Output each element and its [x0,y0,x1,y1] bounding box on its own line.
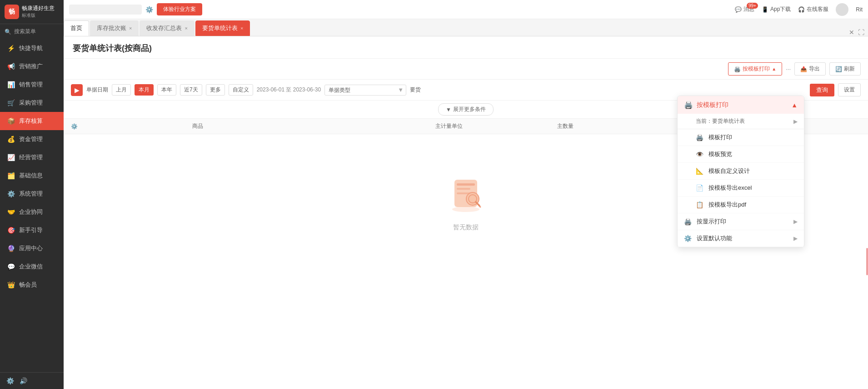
sidebar-item-marketing[interactable]: 📢 营销推广 [0,57,64,76]
sidebar-item-appstore[interactable]: 🔮 应用中心 [0,239,64,258]
dropdown-current-arrow-icon: ▶ [793,118,798,125]
window-controls: ✕ ⛶ [849,29,868,36]
expand-icon: ▼ [446,106,451,113]
template-design-icon: 📐 [696,167,704,175]
dropdown-item-display-print[interactable]: 🖨️ 按显示打印 ▶ [678,213,804,230]
sidebar-item-label: 采购管理 [19,99,43,107]
th-qty: 主数量 [557,122,678,130]
mobile-icon: 📱 [762,6,768,13]
tab-home[interactable]: 首页 [64,20,89,36]
purchase-icon: 🛒 [6,98,15,107]
export-button[interactable]: 📤 导出 [794,62,826,76]
sidebar-item-wechat[interactable]: 💬 企业微信 [0,258,64,276]
sidebar-search[interactable]: 🔍 搜索菜单 [0,24,64,39]
sidebar-item-label: 资金管理 [19,135,43,143]
expand-window-icon[interactable]: ⛶ [858,29,864,36]
sidebar-item-basic[interactable]: 🗂️ 基础信息 [0,167,64,185]
sidebar-item-operation[interactable]: 📈 经营管理 [0,148,64,167]
set-default-arrow-icon: ▶ [793,235,798,242]
trial-button[interactable]: 体验行业方案 [157,3,202,15]
dropdown-item-template-print[interactable]: 🖨️ 模板打印 [678,129,804,146]
date-range-text: 2023-06-01 至 2023-06-30 [257,86,321,94]
dropdown-item-label: 按模板导出pdf [708,201,746,209]
tab-receipts-summary[interactable]: 收发存汇总表 × [140,20,194,36]
app-download-btn[interactable]: 📱 App下载 [762,5,791,13]
date-btn-7days[interactable]: 近7天 [180,84,202,96]
appstore-icon: 🔮 [6,244,15,253]
query-button[interactable]: 查询 [810,84,834,96]
template-preview-icon: 👁️ [696,151,704,158]
close-window-icon[interactable]: ✕ [849,29,854,36]
set-default-label: 设置默认功能 [697,234,732,242]
date-btn-custom[interactable]: 自定义 [229,84,253,96]
page-title: 要货单统计表(按商品) [73,44,152,53]
display-print-label: 按显示打印 [697,217,726,226]
sidebar-bottom: ⚙️ 🔊 [0,372,64,389]
dropdown-item-label: 按模板导出excel [708,184,752,192]
date-label: 单据日期 [86,86,108,94]
tab-receipts-summary-close[interactable]: × [185,25,187,31]
dropdown-item-export-pdf[interactable]: 📋 按模板导出pdf [678,197,804,213]
settings-button[interactable]: 设置 [838,83,861,96]
sidebar-item-collab[interactable]: 🤝 企业协同 [0,203,64,221]
th-gear[interactable]: ⚙️ [71,123,192,130]
sidebar-item-purchase[interactable]: 🛒 采购管理 [0,94,64,112]
svg-rect-3 [457,188,470,190]
display-print-arrow-icon: ▶ [793,218,798,225]
sidebar-item-inventory[interactable]: 📦 库存核算 [0,112,64,130]
export-pdf-icon: 📋 [696,201,704,208]
dropdown-item-set-default[interactable]: ⚙️ 设置默认功能 ▶ [678,230,804,247]
expand-button[interactable]: ▶ [71,84,83,96]
operation-icon: 📈 [6,153,15,162]
messages-btn[interactable]: 💬 消息 99+ [735,5,754,13]
settings-bottom-icon[interactable]: ⚙️ [6,377,14,384]
dropdown-current-label: 当前：要货单统计表 [696,117,745,125]
tab-batch-accounts[interactable]: 库存批次账 × [90,20,139,36]
sidebar-nav: ⚡ 快捷导航 📢 营销推广 📊 销售管理 🛒 采购管理 📦 库存核算 💰 资金管… [0,39,64,372]
tab-batch-accounts-close[interactable]: × [129,25,132,31]
dropdown-item-export-excel[interactable]: 📄 按模板导出excel [678,180,804,197]
tab-order-stats-close[interactable]: × [240,25,243,31]
sidebar-item-quick-nav[interactable]: ⚡ 快捷导航 [0,39,64,57]
template-print-arrow: ▲ [772,66,776,71]
date-btn-this-month[interactable]: 本月 [135,84,154,96]
expand-conditions-button[interactable]: ▼ 展开更多条件 [438,103,494,116]
scroll-indicator[interactable] [866,248,868,275]
dropdown-item-template-design[interactable]: 📐 模板自定义设计 [678,163,804,180]
dropdown-current-item[interactable]: 当前：要货单统计表 ▶ [678,114,804,129]
service-btn[interactable]: 🎧 在线客服 [798,5,828,13]
sidebar-item-member[interactable]: 👑 畅会员 [0,276,64,294]
print-header-icon: 🖨️ [684,101,693,109]
sidebar-item-finance[interactable]: 💰 资金管理 [0,130,64,148]
topbar-gear-icon[interactable]: ⚙️ [145,6,153,13]
template-print-button[interactable]: 🖨️ 按模板打印 ▲ [728,62,782,76]
date-btn-more[interactable]: 更多 [206,84,225,96]
sidebar-item-system[interactable]: ⚙️ 系统管理 [0,185,64,203]
marketing-icon: 📢 [6,62,15,71]
topbar-search-input[interactable] [69,5,142,15]
sidebar-item-label: 营销推广 [19,62,43,71]
empty-icon [443,171,489,216]
sidebar-item-label: 企业微信 [19,263,43,271]
headset-icon: 🎧 [798,6,805,13]
finance-icon: 💰 [6,135,15,144]
date-btn-this-year[interactable]: 本年 [157,84,176,96]
svg-rect-2 [457,183,475,186]
date-btn-last-month[interactable]: 上月 [112,84,131,96]
tab-order-stats[interactable]: 要货单统计表 × [195,20,250,36]
order-type-select[interactable]: 单据类型 [324,85,406,96]
dropdown-item-label: 模板自定义设计 [708,167,750,175]
user-avatar[interactable] [836,3,848,16]
refresh-button[interactable]: 🔄 刷新 [829,62,861,76]
sidebar-item-guide[interactable]: 🎯 新手引导 [0,221,64,239]
export-label: 导出 [809,65,820,73]
tab-receipts-summary-label: 收发存汇总表 [146,24,182,32]
dropdown-header[interactable]: 🖨️ 按模板打印 ▲ [678,96,804,114]
sidebar-item-sales[interactable]: 📊 销售管理 [0,76,64,94]
dropdown-item-template-preview[interactable]: 👁️ 模板预览 [678,146,804,163]
sound-bottom-icon[interactable]: 🔊 [20,377,27,384]
template-print-label: 按模板打印 [743,65,770,73]
more-options-icon[interactable]: ··· [786,66,791,72]
svg-point-0 [452,207,479,212]
sidebar-item-label: 系统管理 [19,190,43,198]
